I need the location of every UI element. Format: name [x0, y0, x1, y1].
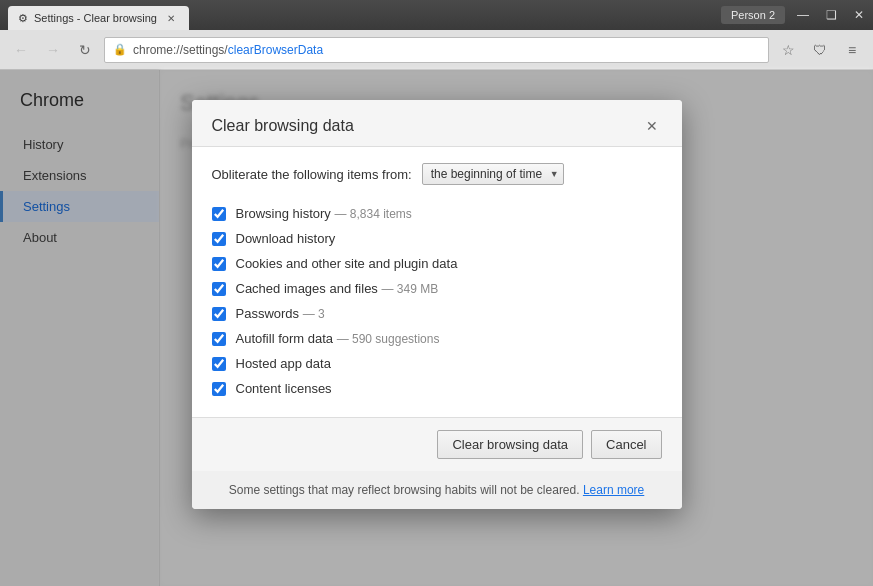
dialog-close-button[interactable]: ✕: [642, 116, 662, 136]
page-icon: 🔒: [113, 43, 127, 56]
checkbox-autofill: Autofill form data — 590 suggestions: [212, 326, 662, 351]
checkbox-cookies: Cookies and other site and plugin data: [212, 251, 662, 276]
back-button[interactable]: ←: [8, 37, 34, 63]
passwords-label[interactable]: Passwords — 3: [236, 306, 325, 321]
dialog-note: Some settings that may reflect browsing …: [192, 471, 682, 509]
main-area: Chrome History Extensions Settings About…: [0, 70, 873, 586]
modal-overlay: Clear browsing data ✕ Obliterate the fol…: [0, 70, 873, 586]
hosted-app-label[interactable]: Hosted app data: [236, 356, 331, 371]
autofill-label[interactable]: Autofill form data — 590 suggestions: [236, 331, 440, 346]
checkbox-download-history: Download history: [212, 226, 662, 251]
obliterate-label: Obliterate the following items from:: [212, 167, 412, 182]
address-text: chrome://settings/clearBrowserData: [133, 43, 760, 57]
window-close-button[interactable]: ✕: [845, 0, 873, 30]
learn-more-link[interactable]: Learn more: [583, 483, 644, 497]
toolbar: ← → ↻ 🔒 chrome://settings/clearBrowserDa…: [0, 30, 873, 70]
checkbox-passwords: Passwords — 3: [212, 301, 662, 326]
tab-close-button[interactable]: ✕: [163, 10, 179, 26]
menu-button[interactable]: ≡: [839, 37, 865, 63]
dialog-note-text: Some settings that may reflect browsing …: [229, 483, 580, 497]
shield-button[interactable]: 🛡: [807, 37, 833, 63]
clear-browsing-data-button[interactable]: Clear browsing data: [437, 430, 583, 459]
checkbox-browsing-history-input[interactable]: [212, 207, 226, 221]
checkbox-cookies-input[interactable]: [212, 257, 226, 271]
checkbox-content-licenses: Content licenses: [212, 376, 662, 401]
dialog-body: Obliterate the following items from: the…: [192, 147, 682, 417]
dialog-header: Clear browsing data ✕: [192, 100, 682, 147]
time-range-select[interactable]: the beginning of timethe past hourthe pa…: [422, 163, 564, 185]
forward-button[interactable]: →: [40, 37, 66, 63]
minimize-button[interactable]: —: [789, 0, 817, 30]
cookies-label[interactable]: Cookies and other site and plugin data: [236, 256, 458, 271]
tab-title: Settings - Clear browsing: [34, 12, 157, 24]
clear-browsing-dialog: Clear browsing data ✕ Obliterate the fol…: [192, 100, 682, 509]
content-licenses-label[interactable]: Content licenses: [236, 381, 332, 396]
checkbox-autofill-input[interactable]: [212, 332, 226, 346]
bookmark-button[interactable]: ☆: [775, 37, 801, 63]
checkbox-download-history-input[interactable]: [212, 232, 226, 246]
titlebar: ⚙ Settings - Clear browsing ✕ Person 2 —…: [0, 0, 873, 30]
person-button[interactable]: Person 2: [721, 6, 785, 24]
tab-area: ⚙ Settings - Clear browsing ✕: [8, 0, 721, 30]
active-tab[interactable]: ⚙ Settings - Clear browsing ✕: [8, 6, 189, 30]
checkbox-browsing-history: Browsing history — 8,834 items: [212, 201, 662, 226]
reload-button[interactable]: ↻: [72, 37, 98, 63]
checkbox-cache: Cached images and files — 349 MB: [212, 276, 662, 301]
restore-button[interactable]: ❑: [817, 0, 845, 30]
browsing-history-label[interactable]: Browsing history — 8,834 items: [236, 206, 412, 221]
checkbox-hosted-app-input[interactable]: [212, 357, 226, 371]
checkbox-passwords-input[interactable]: [212, 307, 226, 321]
checkbox-cache-input[interactable]: [212, 282, 226, 296]
time-select-wrapper: the beginning of timethe past hourthe pa…: [422, 163, 564, 185]
tab-icon: ⚙: [18, 12, 28, 25]
checkbox-content-licenses-input[interactable]: [212, 382, 226, 396]
address-highlight: clearBrowserData: [228, 43, 323, 57]
dialog-title: Clear browsing data: [212, 117, 354, 135]
download-history-label[interactable]: Download history: [236, 231, 336, 246]
cancel-button[interactable]: Cancel: [591, 430, 661, 459]
cache-label[interactable]: Cached images and files — 349 MB: [236, 281, 439, 296]
address-bar[interactable]: 🔒 chrome://settings/clearBrowserData: [104, 37, 769, 63]
dialog-footer: Clear browsing data Cancel: [192, 417, 682, 471]
titlebar-controls: Person 2 — ❑ ✕: [721, 0, 873, 30]
obliterate-row: Obliterate the following items from: the…: [212, 163, 662, 185]
checkbox-hosted-app: Hosted app data: [212, 351, 662, 376]
